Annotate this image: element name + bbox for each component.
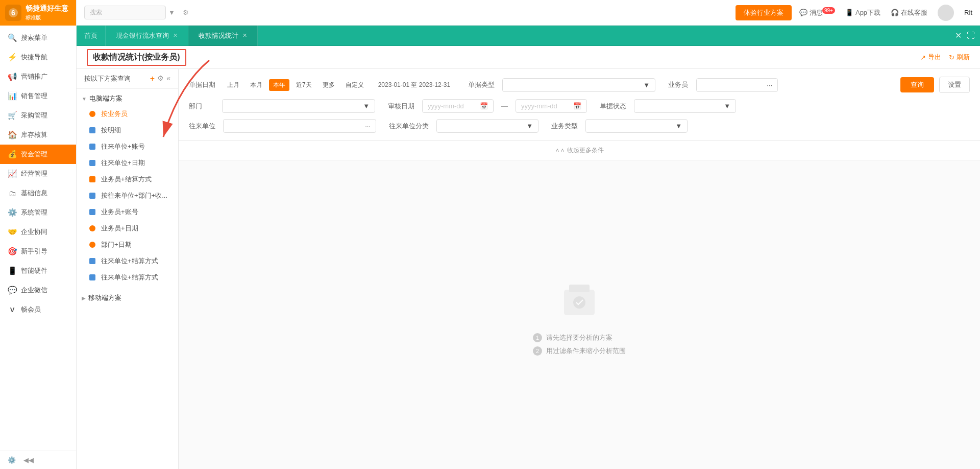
- group-expand-arrow: ▼: [82, 96, 87, 102]
- scheme-collapse-icon[interactable]: «: [166, 74, 170, 83]
- tab-cashflow[interactable]: 现金银行流水查询 ✕: [106, 26, 188, 46]
- biz-type-dropdown-icon: ▼: [675, 122, 682, 130]
- app-download-action[interactable]: 📱 App下载: [845, 8, 880, 17]
- doc-status-select[interactable]: ▼: [634, 99, 736, 113]
- sidebar-item-label: 采购管理: [21, 111, 47, 120]
- date-tab-this-month[interactable]: 本月: [246, 79, 266, 91]
- date-tab-7days[interactable]: 近7天: [292, 79, 316, 91]
- tab-close-window-icon[interactable]: ✕: [955, 31, 962, 40]
- scheme-settings-icon[interactable]: ⚙: [157, 74, 164, 83]
- review-date-start-placeholder: yyyy-mm-dd: [428, 102, 477, 110]
- tab-receivables[interactable]: 收款情况统计 ✕: [188, 26, 258, 46]
- sidebar-item-operations[interactable]: 📈 经营管理: [0, 164, 76, 183]
- dept-label: 部门: [189, 102, 214, 111]
- collapse-bar[interactable]: ∧∧ 收起更多条件: [179, 141, 980, 160]
- date-tab-last-month[interactable]: 上月: [223, 79, 243, 91]
- scheme-item-icon: [89, 127, 95, 133]
- scheme-group-desktop-title[interactable]: ▼ 电脑端方案: [77, 91, 178, 106]
- svg-rect-3: [569, 285, 590, 292]
- category-select[interactable]: ▼: [502, 78, 655, 92]
- topbar-search-box: 搜索: [84, 6, 166, 19]
- scheme-item-label: 按业务员: [101, 109, 128, 119]
- refresh-label: 刷新: [957, 53, 970, 62]
- calendar-icon-end[interactable]: 📅: [573, 102, 581, 110]
- sidebar-item-member[interactable]: V 畅会员: [0, 300, 76, 319]
- tab-cashflow-close[interactable]: ✕: [173, 32, 178, 39]
- scheme-group-desktop: ▼ 电脑端方案 按业务员 按明细 往来单位+账号: [77, 89, 178, 288]
- messages-action[interactable]: 💬 消息 99+: [799, 8, 835, 17]
- biz-type-select[interactable]: ▼: [585, 119, 688, 133]
- page-header-actions: ↗ 导出 ↻ 刷新: [920, 53, 970, 62]
- try-industry-btn[interactable]: 体验行业方案: [736, 5, 792, 20]
- scheme-add-icon[interactable]: +: [150, 74, 155, 83]
- date-tab-custom[interactable]: 自定义: [341, 79, 368, 91]
- tab-home[interactable]: 首页: [77, 26, 106, 46]
- sidebar-item-search[interactable]: 🔍 搜索菜单: [0, 28, 76, 48]
- tip-text-2: 用过滤条件来缩小分析范围: [546, 346, 626, 356]
- biz-type-label: 业务类型: [551, 122, 578, 131]
- sidebar-item-label: 新手引导: [21, 247, 47, 256]
- scheme-item-salesman-date[interactable]: 业务员+日期: [77, 220, 178, 237]
- scheme-item-partner-date[interactable]: 往来单位+日期: [77, 155, 178, 171]
- sidebar-item-quicknav[interactable]: ⚡ 快捷导航: [0, 48, 76, 67]
- review-date-end[interactable]: yyyy-mm-dd 📅: [516, 99, 587, 113]
- scheme-item-partner-payment1[interactable]: 往来单位+结算方式: [77, 253, 178, 269]
- collapse-icon: ∧∧: [555, 147, 565, 154]
- refresh-button[interactable]: ↻ 刷新: [949, 53, 970, 62]
- sidebar-item-label: 库存核算: [21, 130, 47, 139]
- sidebar-item-wechat[interactable]: 💬 企业微信: [0, 280, 76, 300]
- sidebar-item-collab[interactable]: 🤝 企业协同: [0, 222, 76, 242]
- sidebar-item-inventory[interactable]: 🏠 库存核算: [0, 125, 76, 145]
- sidebar-item-marketing[interactable]: 📢 营销推广: [0, 67, 76, 86]
- date-tab-this-year[interactable]: 本年: [269, 79, 289, 91]
- salesman-select[interactable]: ···: [696, 78, 778, 92]
- review-date-end-placeholder: yyyy-mm-dd: [521, 102, 571, 110]
- scheme-item-salesman-account[interactable]: 业务员+账号: [77, 204, 178, 220]
- scheme-item-partner-dept[interactable]: 按往来单位+部门+收...: [77, 187, 178, 204]
- sidebar-item-basic-info[interactable]: 🗂 基础信息: [0, 183, 76, 203]
- sidebar-item-system[interactable]: ⚙️ 系统管理: [0, 203, 76, 222]
- scheme-item-icon: [89, 274, 95, 280]
- salesman-more-icon[interactable]: ···: [767, 81, 772, 89]
- sidebar-item-sales[interactable]: 📊 销售管理: [0, 86, 76, 106]
- topbar-settings-icon[interactable]: ⚙: [183, 9, 189, 16]
- scheme-group-mobile-title[interactable]: ▶ 移动端方案: [77, 291, 178, 305]
- dept-select[interactable]: ▼: [222, 99, 375, 113]
- online-service-action[interactable]: 🎧 在线客服: [891, 8, 927, 17]
- scheme-item-detail[interactable]: 按明细: [77, 122, 178, 138]
- group-title-label: 电脑端方案: [89, 94, 122, 103]
- tab-receivables-close[interactable]: ✕: [242, 32, 247, 39]
- sidebar-item-guide[interactable]: 🎯 新手引导: [0, 242, 76, 261]
- user-avatar[interactable]: [938, 5, 954, 21]
- main-area: 搜索 ▼ ⚙ 体验行业方案 💬 消息 99+ 📱 App下载 🎧 在线客服 Ri…: [77, 0, 980, 469]
- download-icon: 📱: [845, 9, 853, 16]
- review-date-start[interactable]: yyyy-mm-dd 📅: [422, 99, 494, 113]
- calendar-icon[interactable]: 📅: [480, 102, 488, 110]
- salesman-filter-area: 业务员 ···: [668, 78, 778, 92]
- export-button[interactable]: ↗ 导出: [920, 53, 941, 62]
- tab-expand-icon[interactable]: ⛶: [967, 31, 975, 40]
- dept-dropdown-icon: ▼: [363, 102, 370, 110]
- scheme-item-by-salesman[interactable]: 按业务员: [77, 106, 178, 122]
- filter-row-2: 部门 ▼ 审核日期 yyyy-mm-dd 📅 — yyyy-mm-dd 📅: [189, 99, 970, 113]
- topbar-dropdown-icon[interactable]: ▼: [168, 9, 175, 16]
- collapse-label: 收起更多条件: [567, 147, 604, 154]
- sidebar-item-hardware[interactable]: 📱 智能硬件: [0, 261, 76, 280]
- query-button[interactable]: 查询: [900, 77, 934, 92]
- partner-more-icon[interactable]: ···: [365, 122, 371, 130]
- empty-state-illustration: [554, 274, 605, 325]
- partner-select[interactable]: ···: [223, 119, 376, 133]
- settings-button[interactable]: 设置: [939, 77, 970, 93]
- date-tab-more[interactable]: 更多: [318, 79, 339, 91]
- scheme-item-partner-account[interactable]: 往来单位+账号: [77, 138, 178, 155]
- sidebar-item-finance[interactable]: 💰 资金管理: [0, 145, 76, 164]
- settings-bottom-icon[interactable]: ⚙️: [8, 456, 16, 464]
- page-title: 收款情况统计(按业务员): [87, 49, 186, 66]
- partner-category-select[interactable]: ▼: [436, 119, 538, 133]
- sidebar-item-purchase[interactable]: 🛒 采购管理: [0, 106, 76, 125]
- scheme-item-partner-payment2[interactable]: 往来单位+结算方式: [77, 269, 178, 286]
- category-filter-area: 单据类型: [468, 80, 495, 89]
- collapse-sidebar-icon[interactable]: ◀◀: [23, 456, 34, 464]
- scheme-item-salesman-payment[interactable]: 业务员+结算方式: [77, 171, 178, 187]
- scheme-item-dept-date[interactable]: 部门+日期: [77, 237, 178, 253]
